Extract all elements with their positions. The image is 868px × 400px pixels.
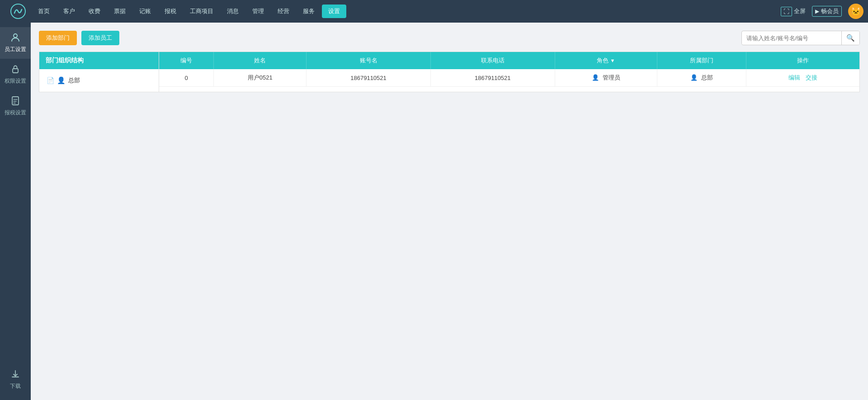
col-role: 角色 ▼ (555, 52, 657, 69)
sidebar: 员工设置 权限设置 报税设置 下载 (0, 23, 31, 400)
col-action: 操作 (746, 52, 859, 69)
nav-bizproject[interactable]: 工商项目 (184, 5, 220, 18)
sidebar-employee-label: 员工设置 (5, 46, 26, 53)
nav-service[interactable]: 服务 (297, 5, 321, 18)
sidebar-permission-label: 权限设置 (5, 77, 26, 85)
table-header: 编号 姓名 账号名 联系电话 角色 ▼ 所属部门 操作 (159, 52, 859, 69)
fullscreen-label: 全屏 (794, 7, 806, 15)
nav-invoice[interactable]: 票据 (108, 5, 132, 18)
svg-rect-2 (13, 69, 18, 73)
sidebar-download[interactable]: 下载 (10, 364, 21, 395)
nav-message[interactable]: 消息 (221, 5, 245, 18)
sidebar-item-permission[interactable]: 权限设置 (0, 59, 31, 90)
sidebar-item-taxsettings[interactable]: 报税设置 (0, 90, 31, 122)
nav-menu: 首页 客户 收费 票据 记账 报税 工商项目 消息 管理 经营 服务 设置 (32, 5, 781, 18)
employee-icon (10, 33, 20, 44)
col-number: 编号 (159, 52, 214, 69)
cell-number: 0 (159, 69, 214, 87)
cell-role: 👤 管理员 (555, 69, 657, 87)
col-dept: 所属部门 (657, 52, 746, 69)
member-button[interactable]: ▶ 畅会员 (812, 6, 842, 17)
fullscreen-button[interactable]: ⛶ 全屏 (781, 7, 806, 16)
employee-table: 编号 姓名 账号名 联系电话 角色 ▼ 所属部门 操作 (159, 52, 859, 87)
tree-node-root[interactable]: 📄 👤 总部 (45, 74, 153, 87)
role-filter-header[interactable]: 角色 ▼ (597, 56, 615, 65)
cell-phone: 18679110521 (430, 69, 555, 87)
cell-account: 18679110521 (307, 69, 431, 87)
nav-fee[interactable]: 收费 (82, 5, 107, 18)
download-label: 下载 (10, 382, 21, 390)
table-row: 0 用户0521 18679110521 18679110521 👤 管理员 👤… (159, 69, 859, 87)
tree-node-label: 总部 (68, 76, 80, 85)
tree-panel-body: 📄 👤 总部 (39, 69, 159, 92)
nav-right-area: ⛶ 全屏 ▶ 畅会员 🐱 (781, 4, 863, 19)
tree-panel-header: 部门组织结构 (39, 52, 159, 69)
transfer-link[interactable]: 交接 (806, 74, 817, 81)
col-account: 账号名 (307, 52, 431, 69)
file-icon: 📄 (47, 77, 54, 84)
nav-client[interactable]: 客户 (57, 5, 81, 18)
edit-link[interactable]: 编辑 (788, 74, 800, 81)
col-name: 姓名 (214, 52, 307, 69)
svg-point-1 (14, 34, 17, 38)
nav-manage[interactable]: 管理 (246, 5, 270, 18)
cell-action: 编辑 交接 (746, 69, 859, 87)
search-box: 🔍 (741, 31, 860, 45)
role-user-icon: 👤 (592, 74, 599, 81)
nav-settings[interactable]: 设置 (322, 5, 346, 18)
nav-home[interactable]: 首页 (32, 5, 56, 18)
cell-dept: 👤 总部 (657, 69, 746, 87)
svg-rect-3 (12, 97, 19, 105)
tree-panel: 部门组织结构 📄 👤 总部 (39, 52, 159, 92)
avatar[interactable]: 🐱 (848, 4, 863, 19)
sidebar-item-employee[interactable]: 员工设置 (0, 27, 31, 59)
member-label: 畅会员 (821, 7, 839, 15)
report-icon (10, 96, 20, 107)
user-tree-icon: 👤 (57, 76, 66, 85)
add-emp-button[interactable]: 添加员工 (81, 31, 119, 45)
top-navigation: 首页 客户 收费 票据 记账 报税 工商项目 消息 管理 经营 服务 设置 ⛶ … (0, 0, 868, 23)
col-phone: 联系电话 (430, 52, 555, 69)
main-content: 添加部门 添加员工 🔍 部门组织结构 📄 👤 总部 编 (31, 23, 868, 400)
dept-user-icon: 👤 (690, 74, 698, 81)
nav-operation[interactable]: 经营 (271, 5, 296, 18)
search-button[interactable]: 🔍 (841, 31, 859, 45)
toolbar: 添加部门 添加员工 🔍 (39, 31, 860, 45)
table-panel: 编号 姓名 账号名 联系电话 角色 ▼ 所属部门 操作 (159, 52, 859, 92)
sidebar-taxsettings-label: 报税设置 (5, 109, 26, 117)
table-body: 0 用户0521 18679110521 18679110521 👤 管理员 👤… (159, 69, 859, 87)
sidebar-bottom-area: 下载 (10, 364, 21, 400)
add-dept-button[interactable]: 添加部门 (39, 31, 77, 45)
nav-tax[interactable]: 报税 (158, 5, 183, 18)
lock-icon (10, 64, 20, 75)
filter-icon: ▼ (610, 58, 615, 63)
content-area: 部门组织结构 📄 👤 总部 编号 姓名 账号名 联系电话 (39, 52, 860, 92)
app-logo (5, 3, 32, 19)
cell-name: 用户0521 (214, 69, 307, 87)
download-icon (10, 369, 20, 381)
nav-accounting[interactable]: 记账 (133, 5, 157, 18)
search-input[interactable] (742, 32, 841, 44)
